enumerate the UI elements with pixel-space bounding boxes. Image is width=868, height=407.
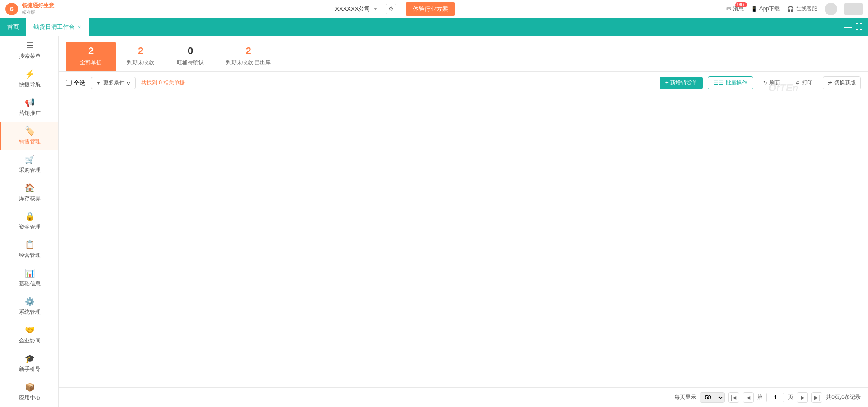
tab-wangwang-count: 0 xyxy=(188,45,193,57)
sidebar-label-marketing: 营销推广 xyxy=(19,109,41,117)
print-button[interactable]: 🖨 打印 xyxy=(790,77,817,89)
purchase-icon: 🛒 xyxy=(25,154,35,164)
print-label: 打印 xyxy=(802,79,813,87)
basic-info-icon: 📊 xyxy=(25,268,35,278)
company-selector[interactable]: XXXXXX公司 ▼ xyxy=(335,5,377,13)
sidebar-label-sales: 销售管理 xyxy=(19,138,41,145)
prev-page-btn[interactable]: ◀ xyxy=(743,392,754,403)
add-sales-order-button[interactable]: + 新增销货单 xyxy=(660,77,703,89)
sidebar-label-basic-info: 基础信息 xyxy=(19,280,41,288)
total-count: 共0页,0条记录 xyxy=(826,393,861,401)
app-label: App下载 xyxy=(760,5,780,13)
tab-wangwang-label: 旺辅待确认 xyxy=(177,59,204,66)
tab-home[interactable]: 首页 xyxy=(0,18,26,36)
batch-operation-button[interactable]: ☰☰ 批量操作 xyxy=(708,76,753,89)
message-icon: ✉ xyxy=(726,6,731,12)
sidebar-item-system[interactable]: ⚙️ 系统管理 xyxy=(0,292,58,321)
content-area: 2 全部单据 2 到期未收款 0 旺辅待确认 2 到期未收款 已出库 全选 xyxy=(59,36,868,407)
sidebar-label-enterprise: 企业协同 xyxy=(19,337,41,345)
sidebar-item-purchase[interactable]: 🛒 采购管理 xyxy=(0,150,58,178)
pagination-bar: 每页显示 50 100 200 |◀ ◀ 第 页 ▶ ▶| 共0页,0条记录 xyxy=(59,387,868,407)
batch-label: 批量操作 xyxy=(726,79,747,87)
logo-text: 畅捷通好生意 标准版 xyxy=(22,2,54,16)
inventory-icon: 🏠 xyxy=(25,183,35,193)
found-number: 0 xyxy=(159,80,162,86)
switch-version-button[interactable]: ⇄ 切换新版 xyxy=(823,76,861,89)
marketing-icon: 📢 xyxy=(25,98,35,108)
first-page-btn[interactable]: |◀ xyxy=(728,392,739,403)
sidebar-item-app-center[interactable]: 📦 应用中心 xyxy=(0,378,58,406)
switch-label: 切换新版 xyxy=(834,79,856,87)
refresh-button[interactable]: ↻ 刷新 xyxy=(759,77,785,89)
logo-area: 6 畅捷通好生意 标准版 xyxy=(5,2,64,16)
table-area xyxy=(59,94,868,387)
search-menu-icon: ☰ xyxy=(26,41,33,51)
sidebar-label-guide: 新手引导 xyxy=(19,365,41,373)
service-icon: 🎧 xyxy=(787,6,794,12)
message-btn[interactable]: ✉ 消息 99+ xyxy=(726,5,744,13)
tab-all-count: 2 xyxy=(88,45,94,57)
checkbox-all-input[interactable] xyxy=(66,80,72,86)
sidebar-item-marketing[interactable]: 📢 营销推广 xyxy=(0,93,58,122)
last-page-btn[interactable]: ▶| xyxy=(811,392,822,403)
tab-all-label: 全部单据 xyxy=(80,59,102,66)
tab-bar: 首页 钱货日清工作台 ✕ — ⛶ xyxy=(0,18,868,36)
main-layout: ☰ 搜索菜单 ⚡ 快捷导航 📢 营销推广 🏷️ 销售管理 🛒 采购管理 🏠 库存… xyxy=(0,36,868,407)
finance-icon: 🔒 xyxy=(25,211,35,221)
app-center-icon: 📦 xyxy=(25,382,35,392)
tab-close-icon[interactable]: ✕ xyxy=(77,24,81,30)
company-dropdown-arrow: ▼ xyxy=(373,6,377,11)
page-label: 第 xyxy=(757,393,763,401)
tab-expand-icon[interactable]: ⛶ xyxy=(855,23,863,31)
tab-bar-right: — ⛶ xyxy=(844,18,868,36)
summary-tabs: 2 全部单据 2 到期未收款 0 旺辅待确认 2 到期未收款 已出库 xyxy=(59,36,868,72)
tab-overdue-count: 2 xyxy=(138,45,143,57)
summary-tab-all[interactable]: 2 全部单据 xyxy=(66,42,116,71)
tab-workbench-label: 钱货日清工作台 xyxy=(33,23,75,31)
print-icon: 🖨 xyxy=(795,80,800,86)
logo-icon: 6 xyxy=(5,3,18,15)
settings-icon[interactable]: ⚙ xyxy=(386,4,396,14)
page-unit: 页 xyxy=(788,393,793,401)
per-page-select[interactable]: 50 100 200 xyxy=(700,392,725,403)
sidebar-item-enterprise[interactable]: 🤝 企业协同 xyxy=(0,321,58,349)
sidebar-item-finance[interactable]: 🔒 资金管理 xyxy=(0,207,58,235)
sidebar-item-quick-nav[interactable]: ⚡ 快捷导航 xyxy=(0,65,58,93)
app-icon: 📱 xyxy=(751,6,758,12)
select-all-checkbox[interactable]: 全选 xyxy=(66,79,85,87)
user-name-area[interactable] xyxy=(844,3,863,15)
page-input[interactable] xyxy=(766,393,784,402)
filter-button[interactable]: ▼ 更多条件 ∨ xyxy=(91,77,136,89)
sidebar-item-search-menu[interactable]: ☰ 搜索菜单 xyxy=(0,36,58,65)
switch-icon: ⇄ xyxy=(828,80,832,86)
quick-nav-icon: ⚡ xyxy=(25,69,35,79)
avatar[interactable] xyxy=(825,3,837,15)
tab-shipped-label: 到期未收款 已出库 xyxy=(226,59,271,66)
batch-icon: ☰☰ xyxy=(714,80,724,86)
sidebar-label-inventory: 库存核算 xyxy=(19,195,41,202)
service-label: 在线客服 xyxy=(796,5,817,13)
select-all-label: 全选 xyxy=(74,79,85,87)
sidebar-item-guide[interactable]: 🎓 新手引导 xyxy=(0,349,58,378)
sidebar-item-sales[interactable]: 🏷️ 销售管理 xyxy=(0,122,58,150)
sidebar-label-finance: 资金管理 xyxy=(19,223,41,231)
sidebar-label-operations: 经营管理 xyxy=(19,252,41,259)
tab-workbench[interactable]: 钱货日清工作台 ✕ xyxy=(26,18,89,36)
summary-tab-wangwang[interactable]: 0 旺辅待确认 xyxy=(165,42,215,71)
summary-tab-shipped[interactable]: 2 到期未收款 已出库 xyxy=(215,42,282,71)
sidebar-item-operations[interactable]: 📋 经营管理 xyxy=(0,235,58,264)
trial-button[interactable]: 体验行业方案 xyxy=(406,2,455,16)
online-service-btn[interactable]: 🎧 在线客服 xyxy=(787,5,817,13)
sidebar-label-app-center: 应用中心 xyxy=(19,394,41,402)
sidebar-label-system: 系统管理 xyxy=(19,309,41,316)
sidebar-item-inventory[interactable]: 🏠 库存核算 xyxy=(0,178,58,207)
summary-tab-overdue[interactable]: 2 到期未收款 xyxy=(116,42,165,71)
tab-minimize-icon[interactable]: — xyxy=(844,23,852,31)
company-name: XXXXXX公司 xyxy=(335,5,370,13)
app-download-btn[interactable]: 📱 App下载 xyxy=(751,5,780,13)
system-icon: ⚙️ xyxy=(25,297,35,307)
next-page-btn[interactable]: ▶ xyxy=(797,392,808,403)
sidebar-label-purchase: 采购管理 xyxy=(19,166,41,174)
sidebar-item-basic-info[interactable]: 📊 基础信息 xyxy=(0,264,58,292)
toolbar: 全选 ▼ 更多条件 ∨ 共找到 0 相关单据 + 新增销货单 ☰☰ 批量操作 xyxy=(59,72,868,94)
